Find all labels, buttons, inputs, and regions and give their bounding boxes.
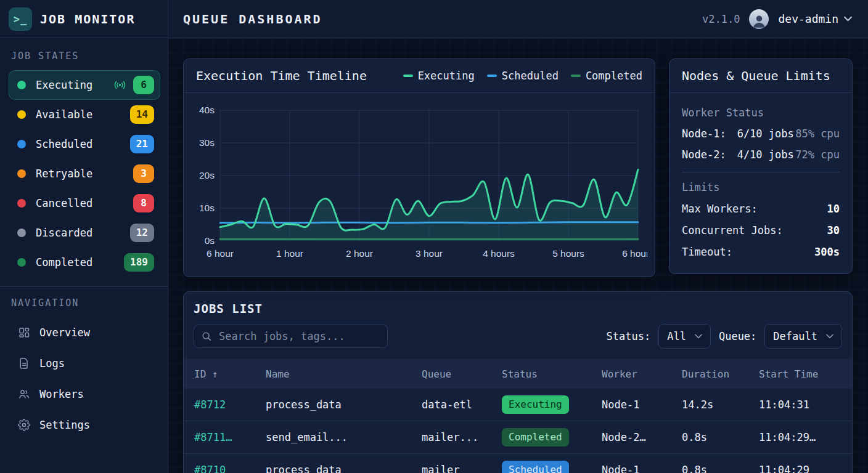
legend-dash-executing [403, 75, 413, 77]
panel-divider [682, 172, 840, 172]
legend-label: Scheduled [502, 70, 559, 82]
sidebar-item-completed[interactable]: Completed 189 [9, 248, 160, 277]
state-label: Scheduled [36, 138, 130, 150]
sidebar-item-executing[interactable]: Executing 6 [9, 70, 160, 100]
state-label: Executing [36, 79, 113, 91]
table-row[interactable]: #8710 process_data mailer Scheduled Node… [184, 454, 852, 473]
person-icon [751, 12, 768, 29]
job-id-link[interactable]: #8710 [184, 464, 255, 473]
job-start-time: 11:04:29… [748, 431, 852, 443]
svg-text:20s: 20s [199, 170, 215, 180]
state-count-badge: 8 [133, 194, 154, 213]
search-icon [202, 331, 211, 341]
status-filter-label: Status: [607, 330, 651, 342]
node-jobs: 4/10 jobs [737, 148, 796, 161]
column-header-name[interactable]: Name [255, 368, 411, 380]
legend-dash-completed [571, 75, 581, 77]
svg-text:30s: 30s [199, 137, 215, 148]
job-id-link[interactable]: #8712 [184, 398, 255, 411]
column-header-queue[interactable]: Queue [411, 368, 491, 380]
limit-value: 300s [814, 246, 840, 258]
app-logo[interactable]: >_ JOB MONITOR [0, 0, 168, 38]
column-header-status[interactable]: Status [491, 368, 591, 380]
legend-label: Completed [586, 70, 642, 82]
user-name: dev-admin [778, 12, 838, 25]
job-start-time: 11:04:29 [748, 464, 852, 473]
node-name: Node-1: [682, 127, 726, 140]
svg-text:6 hour: 6 hour [207, 248, 234, 259]
sidebar-item-overview[interactable]: Overview [9, 317, 160, 348]
sidebar-divider [0, 286, 168, 287]
worker-status-heading: Worker Status [682, 107, 840, 119]
node-jobs: 6/10 jobs [737, 127, 796, 140]
legend-label: Executing [418, 70, 475, 82]
job-worker: Node-2… [591, 431, 671, 443]
sidebar-item-discarded[interactable]: Discarded 12 [9, 218, 160, 248]
nav-label: Settings [39, 419, 90, 431]
search-box[interactable] [194, 325, 388, 348]
svg-text:6 hours: 6 hours [622, 248, 647, 259]
jobs-list-title: JOBS LIST [184, 302, 852, 315]
nav-label: Logs [39, 357, 65, 370]
job-name: send_email... [255, 431, 411, 443]
state-dot [17, 140, 26, 148]
job-id-link[interactable]: #8711… [184, 431, 255, 443]
state-dot [17, 228, 26, 237]
column-header-start-time[interactable]: Start Time [748, 368, 852, 380]
sidebar-item-retryable[interactable]: Retryable 3 [9, 159, 160, 188]
column-header-duration[interactable]: Duration [671, 368, 748, 380]
app-title: JOB MONITOR [40, 12, 135, 26]
state-count-badge: 6 [133, 76, 154, 95]
header-main: QUEUE DASHBOARD v2.1.0 dev-admin [168, 0, 868, 38]
state-label: Discarded [36, 227, 130, 239]
version-label: v2.1.0 [702, 13, 740, 25]
state-count-badge: 189 [124, 253, 154, 272]
user-menu[interactable]: dev-admin [778, 12, 852, 25]
state-label: Cancelled [36, 197, 133, 209]
queue-filter-label: Queue: [719, 330, 756, 342]
sidebar-item-available[interactable]: Available 14 [9, 100, 160, 129]
sidebar-item-logs[interactable]: Logs [9, 348, 160, 379]
avatar[interactable] [749, 9, 769, 29]
job-states-heading: JOB STATES [11, 51, 158, 62]
search-input[interactable] [218, 329, 380, 343]
nav-label: Workers [39, 388, 84, 400]
jobs-list-panel: JOBS LIST Status: All Queue: Default [183, 291, 853, 473]
state-label: Available [36, 108, 130, 121]
job-queue: mailer [411, 464, 491, 473]
node-cpu: 72% cpu [795, 148, 840, 161]
status-badge: Executing [502, 395, 569, 414]
svg-text:4 hours: 4 hours [483, 248, 515, 259]
limit-label: Max Workers: [682, 203, 758, 215]
status-badge: Scheduled [502, 461, 569, 473]
execution-timeline-panel: Execution Time Timeline Executing Schedu… [183, 59, 655, 277]
job-name: process_data [255, 398, 411, 411]
svg-text:10s: 10s [199, 203, 215, 213]
node-cpu: 85% cpu [795, 127, 840, 140]
state-dot [17, 110, 26, 119]
status-filter-select[interactable]: All [658, 324, 711, 349]
table-row[interactable]: #8711… send_email... mailer... Completed… [184, 421, 852, 454]
queue-filter-select[interactable]: Default [764, 324, 842, 349]
table-row[interactable]: #8712 process_data data-etl Executing No… [184, 389, 852, 421]
dashboard-grid-icon [18, 326, 30, 339]
legend-item-executing: Executing [403, 70, 475, 82]
terminal-icon: >_ [9, 7, 32, 31]
limit-label: Timeout: [682, 246, 732, 258]
app-root: >_ JOB MONITOR QUEUE DASHBOARD v2.1.0 de… [0, 0, 868, 473]
column-header-worker[interactable]: Worker [591, 368, 671, 380]
sidebar-item-settings[interactable]: Settings [9, 410, 160, 440]
job-queue: data-etl [411, 398, 491, 411]
legend-item-scheduled: Scheduled [487, 70, 559, 82]
sidebar-item-workers[interactable]: Workers [9, 379, 160, 410]
sidebar-item-cancelled[interactable]: Cancelled 8 [9, 188, 160, 218]
limit-row: Timeout: 300s [682, 246, 840, 258]
svg-text:1 hour: 1 hour [276, 248, 303, 259]
column-header-id[interactable]: ID ↑ [184, 368, 255, 380]
sidebar-item-scheduled[interactable]: Scheduled 21 [9, 129, 160, 159]
legend-dash-scheduled [487, 75, 497, 77]
table-filters: Status: All Queue: Default [607, 324, 842, 349]
node-status-row: Node-1: 6/10 jobs 85% cpu [682, 127, 840, 140]
page-title: QUEUE DASHBOARD [183, 12, 322, 26]
limit-value: 10 [827, 203, 840, 215]
